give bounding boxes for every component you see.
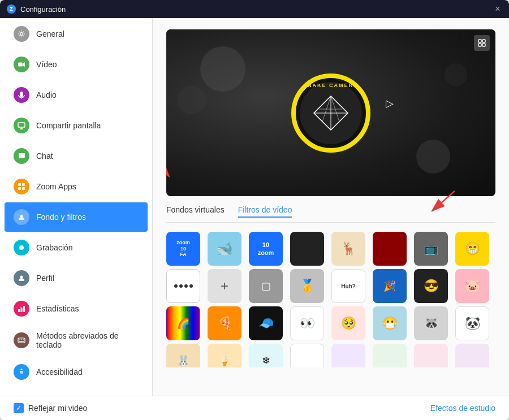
svg-rect-16 bbox=[23, 306, 25, 312]
filter-smiley[interactable]: 😁 bbox=[455, 232, 489, 266]
sidebar-item-share[interactable]: Compartir pantalla bbox=[5, 111, 148, 140]
stats-label: Estadísticas bbox=[36, 304, 79, 313]
general-label: General bbox=[36, 29, 64, 38]
filter-extra2[interactable]: 🍦 bbox=[208, 344, 241, 367]
filter-deer[interactable]: 🦌 bbox=[331, 232, 365, 266]
apps-icon bbox=[14, 179, 29, 194]
filter-red-curtain[interactable] bbox=[373, 232, 407, 266]
sidebar-item-video[interactable]: Vídeo bbox=[5, 50, 148, 79]
svg-rect-21 bbox=[19, 341, 24, 342]
filter-extra4[interactable] bbox=[290, 344, 324, 367]
tab-virtual[interactable]: Fondos virtuales bbox=[166, 205, 225, 218]
sidebar-item-general[interactable]: General bbox=[5, 19, 148, 49]
filter-rainbow[interactable]: 🌈 bbox=[166, 306, 200, 340]
svg-point-0 bbox=[20, 33, 23, 36]
audio-icon bbox=[14, 87, 29, 103]
filter-dots[interactable] bbox=[166, 269, 200, 303]
window-title: Configuración bbox=[20, 5, 493, 14]
profile-label: Perfil bbox=[36, 274, 54, 283]
filter-tv[interactable]: 📺 bbox=[414, 232, 448, 266]
video-label: Vídeo bbox=[36, 60, 57, 69]
filter-pig[interactable]: 🐷 bbox=[455, 269, 489, 303]
sidebar-item-stats[interactable]: Estadísticas bbox=[5, 294, 148, 323]
filter-extra5[interactable] bbox=[331, 344, 365, 367]
filter-zoom-fa[interactable]: zoom10FA bbox=[166, 232, 200, 266]
filter-extra1[interactable]: 🐰 bbox=[166, 344, 200, 367]
preview-background: ZNAKE CAMERA bbox=[166, 29, 495, 196]
sidebar-item-access[interactable]: Accesibilidad bbox=[5, 357, 148, 387]
sidebar-item-apps[interactable]: Zoom Apps bbox=[5, 172, 148, 201]
video-preview: ZNAKE CAMERA bbox=[166, 29, 495, 196]
access-label: Accesibilidad bbox=[36, 367, 83, 376]
sidebar-item-record[interactable]: Grabación bbox=[5, 233, 148, 262]
svg-rect-20 bbox=[23, 340, 24, 341]
record-label: Grabación bbox=[36, 243, 73, 252]
svg-rect-18 bbox=[19, 340, 20, 341]
general-icon bbox=[14, 26, 29, 42]
profile-icon bbox=[14, 270, 29, 286]
logo-inner bbox=[300, 82, 362, 144]
filter-whale[interactable]: 🐋 bbox=[208, 232, 241, 266]
filter-extra6[interactable] bbox=[373, 344, 407, 367]
keyboard-label: Métodos abreviados de teclado bbox=[36, 331, 139, 349]
apps-label: Zoom Apps bbox=[36, 182, 76, 191]
share-icon bbox=[14, 118, 29, 133]
expand-button[interactable] bbox=[474, 35, 490, 51]
filter-screen-frame[interactable]: ▢ bbox=[249, 269, 283, 303]
svg-rect-4 bbox=[18, 123, 25, 127]
main-content: General Vídeo Audio Compar bbox=[0, 18, 509, 396]
tabs-container: Fondos virtuales Filtros de vídeo bbox=[166, 205, 495, 223]
tab-filters[interactable]: Filtros de vídeo bbox=[238, 205, 292, 218]
filter-panda[interactable]: 🐼 bbox=[455, 306, 489, 340]
svg-point-11 bbox=[20, 215, 23, 218]
filter-mask[interactable]: 😷 bbox=[373, 306, 407, 340]
filter-eyes[interactable]: 👀 bbox=[290, 306, 324, 340]
chat-icon bbox=[14, 148, 29, 164]
filter-extra7[interactable] bbox=[414, 344, 448, 367]
logo-text: ZNAKE CAMERA bbox=[304, 83, 359, 88]
close-button[interactable]: × bbox=[493, 5, 502, 14]
cursor: ▷ bbox=[386, 97, 394, 110]
sidebar-item-keyboard[interactable]: Métodos abreviados de teclado bbox=[5, 324, 148, 356]
audio-label: Audio bbox=[36, 90, 57, 99]
sidebar: General Vídeo Audio Compar bbox=[0, 18, 153, 396]
sidebar-item-background[interactable]: Fondo y filtros bbox=[5, 202, 148, 232]
svg-point-22 bbox=[21, 369, 23, 370]
keyboard-icon bbox=[14, 332, 29, 348]
filter-cap[interactable]: 🧢 bbox=[249, 306, 283, 340]
svg-rect-35 bbox=[478, 44, 481, 46]
svg-line-24 bbox=[314, 96, 331, 113]
sidebar-item-chat[interactable]: Chat bbox=[5, 141, 148, 171]
filter-extra8[interactable] bbox=[455, 344, 489, 367]
svg-rect-7 bbox=[18, 183, 21, 186]
filter-sunglasses[interactable]: 😎 bbox=[414, 269, 448, 303]
filter-plus[interactable]: + bbox=[208, 269, 241, 303]
sidebar-item-audio[interactable]: Audio bbox=[5, 80, 148, 110]
filter-medal[interactable]: 🥇 bbox=[290, 269, 324, 303]
diamond-icon bbox=[311, 93, 351, 133]
filters-section: zoom10FA 🐋 10zoom 🦌 📺 😁 + bbox=[166, 232, 495, 367]
mirror-checkbox-wrap: ✓ Reflejar mi video bbox=[14, 403, 87, 413]
svg-rect-33 bbox=[478, 40, 481, 42]
sidebar-item-profile[interactable]: Perfil bbox=[5, 263, 148, 293]
filter-cute-face[interactable]: 🥺 bbox=[331, 306, 365, 340]
svg-rect-36 bbox=[482, 44, 485, 46]
filter-raccoon[interactable]: 🦝 bbox=[414, 306, 448, 340]
filter-extra3[interactable]: ❄ bbox=[249, 344, 283, 367]
filter-huh[interactable]: Huh? bbox=[331, 269, 365, 303]
filters-grid: zoom10FA 🐋 10zoom 🦌 📺 😁 + bbox=[166, 232, 495, 367]
svg-rect-9 bbox=[18, 187, 21, 190]
studio-effects-link[interactable]: Efectos de estudio bbox=[430, 404, 495, 413]
svg-rect-14 bbox=[18, 309, 20, 312]
svg-rect-34 bbox=[482, 40, 485, 42]
filter-dark[interactable] bbox=[290, 232, 324, 266]
filter-zoom-10[interactable]: 10zoom bbox=[249, 232, 283, 266]
filter-pizza[interactable]: 🍕 bbox=[208, 306, 241, 340]
mirror-label: Reflejar mi video bbox=[28, 404, 87, 413]
svg-rect-10 bbox=[22, 187, 25, 190]
access-icon bbox=[14, 364, 29, 380]
mirror-checkbox[interactable]: ✓ bbox=[14, 403, 24, 413]
video-icon bbox=[14, 57, 29, 72]
filter-celebration[interactable]: 🎉 bbox=[373, 269, 407, 303]
share-label: Compartir pantalla bbox=[36, 121, 101, 130]
